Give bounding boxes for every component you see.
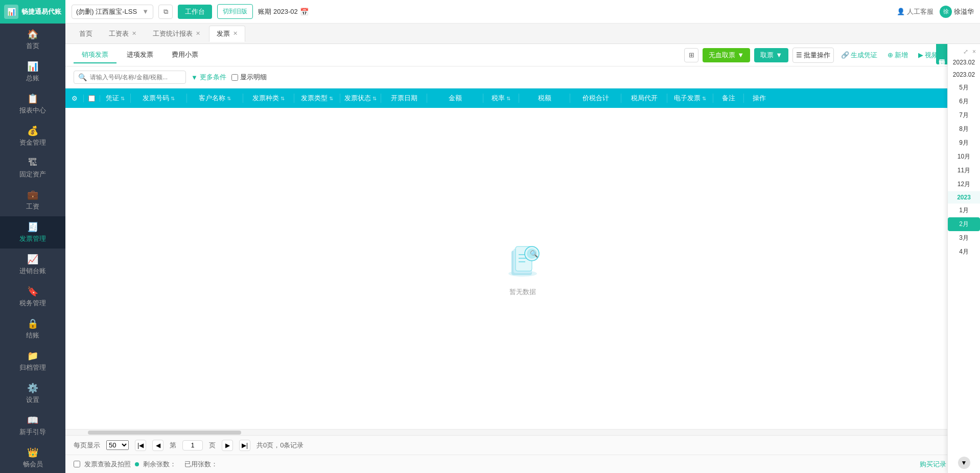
horizontal-scrollbar[interactable] [65,429,980,435]
show-detail-checkbox[interactable] [231,74,238,81]
date-item-2023-02-1[interactable]: 2023.02 [948,56,980,69]
sidebar-item-archive[interactable]: 📁 归档管理 [0,345,65,377]
th-e-invoice[interactable]: 电子发票 ⇅ [667,94,713,103]
date-item-10[interactable]: 10月 [948,150,980,164]
th-tax-rate[interactable]: 税率 ⇅ [483,94,519,103]
subtab-label: 销项发票 [82,51,108,58]
date-item-7[interactable]: 7月 [948,108,980,122]
calendar-icon[interactable]: 📅 [300,8,309,16]
service-btn[interactable]: 👤 人工客服 [897,7,934,16]
first-page-btn[interactable]: |◀ [135,440,146,451]
date-item-8[interactable]: 8月 [948,122,980,136]
scroll-down-btn[interactable]: ▼ [958,457,970,469]
date-panel-expand-btn[interactable]: ⤢ [962,47,969,56]
sort-icon: ⇅ [329,96,333,101]
new-btn[interactable]: ⊕ 新增 [884,48,911,62]
date-item-6[interactable]: 6月 [948,95,980,108]
sidebar-item-assets[interactable]: 🏗 固定资产 [0,152,65,184]
sidebar-item-member[interactable]: 👑 畅会员 [0,442,65,473]
sidebar-item-guide[interactable]: 📖 新手引导 [0,410,65,442]
tab-payroll-table[interactable]: 工资表 ✕ [101,26,144,42]
tab-close-icon[interactable]: ✕ [132,30,136,37]
per-page-label: 每页显示 [74,441,100,450]
tab-invoice[interactable]: 发票 ✕ [209,26,245,42]
date-item-4[interactable]: 4月 [948,245,980,259]
sort-icon: ⇅ [281,96,285,101]
no-ticket-btn[interactable]: 无血取票 ▼ [703,48,750,62]
tab-close-icon[interactable]: ✕ [196,30,200,37]
generate-cert-btn[interactable]: 🔗 生成凭证 [838,48,880,62]
more-conditions-btn[interactable]: ▼ 更多条件 [191,73,226,82]
sidebar-item-label: 报表中心 [19,106,46,115]
date-item-2-active[interactable]: 2月 [948,217,980,231]
new-icon: ⊕ [888,51,893,59]
logo-icon: 📊 [4,5,18,19]
subtab-sales-invoice[interactable]: 销项发票 [74,47,116,63]
get-ticket-btn[interactable]: 取票 ▼ [754,48,788,62]
copy-company-btn[interactable]: ⧉ [158,5,173,19]
th-settings[interactable]: ⚙ [65,95,84,102]
open-period-btn[interactable]: 开账日期 [936,44,947,64]
search-icon: 🔍 [78,73,87,81]
sidebar-item-ledger[interactable]: 📊 总账 [0,56,65,88]
th-invoice-no[interactable]: 发票号码 ⇅ [131,94,187,103]
last-page-btn[interactable]: ▶| [239,440,250,451]
page-label-text: 第 [170,441,176,450]
th-customer[interactable]: 客户名称 ⇅ [187,94,243,103]
sidebar-item-funds[interactable]: 💰 资金管理 [0,120,65,152]
purchase-link[interactable]: 购买记录 [920,460,946,468]
select-all-checkbox[interactable] [88,95,95,102]
tab-home[interactable]: 首页 [72,26,100,42]
show-detail-label[interactable]: 显示明细 [231,73,267,82]
page-input[interactable] [182,440,203,451]
sidebar-item-sales[interactable]: 📈 进销台账 [0,249,65,281]
date-panel-close-btn[interactable]: × [971,47,977,56]
th-remark-label: 备注 [722,94,735,103]
tab-label: 工资表 [109,29,129,38]
th-check[interactable] [84,95,100,102]
th-invoice-status[interactable]: 发票状态 ⇅ [340,94,381,103]
sidebar-item-home[interactable]: 🏠 首页 [0,24,65,56]
date-item-5[interactable]: 5月 [948,81,980,95]
tab-payroll-stats[interactable]: 工资统计报表 ✕ [145,26,208,42]
th-tax-total: 价税合计 [570,94,621,103]
sidebar-item-invoices[interactable]: 🧾 发票管理 [0,216,65,249]
date-item-2023-02-2[interactable]: 2023.02 [948,69,980,81]
next-page-btn[interactable]: ▶ [222,440,233,451]
tax-icon: 🔖 [27,286,38,297]
more-conditions-label: 更多条件 [200,73,226,82]
subtab-purchase-invoice[interactable]: 进项发票 [119,47,161,63]
date-item-3[interactable]: 3月 [948,231,980,245]
tab-close-icon[interactable]: ✕ [233,30,238,37]
empty-state: 🔍 暂无数据 [65,108,980,429]
sidebar-item-close[interactable]: 🔒 结账 [0,313,65,345]
company-selector[interactable]: (勿删) 江西服宝-LSS ▼ [72,5,153,19]
sidebar-item-payroll[interactable]: 💼 工资 [0,184,65,216]
company-name: (勿删) 江西服宝-LSS [76,7,137,16]
date-item-9[interactable]: 9月 [948,136,980,150]
scrollbar-thumb[interactable] [88,431,241,435]
sidebar-item-reports[interactable]: 📋 报表中心 [0,88,65,120]
batch-ops-btn[interactable]: ☰ 批量操作 [792,48,834,63]
prev-page-btn[interactable]: ◀ [152,440,164,451]
grid-view-btn[interactable]: ⊞ [684,48,698,62]
th-invoice-type[interactable]: 发票种类 ⇅ [243,94,294,103]
sidebar-item-settings[interactable]: ⚙️ 设置 [0,377,65,410]
invoice-verify-checkbox[interactable] [74,461,80,467]
sales-icon: 📈 [27,254,38,265]
svg-text:🔍: 🔍 [530,250,539,258]
search-input[interactable] [90,74,181,81]
switch-old-button[interactable]: 切到旧版 [217,4,253,19]
per-page-select[interactable]: 50 20 100 [106,440,129,450]
date-item-12[interactable]: 12月 [948,177,980,191]
user-menu[interactable]: 徐 徐溢华 [940,6,974,18]
date-item-11[interactable]: 11月 [948,164,980,177]
subtab-expense-receipt[interactable]: 费用小票 [164,47,206,63]
check-label: 发票查验及拍照 [84,460,131,469]
th-cert[interactable]: 凭证 ⇅ [100,94,131,103]
date-item-1[interactable]: 1月 [948,204,980,217]
th-invoice-kind[interactable]: 发票类型 ⇅ [294,94,340,103]
sidebar-item-tax[interactable]: 🔖 税务管理 [0,281,65,313]
sidebar-item-label: 新手引导 [19,427,46,437]
workbench-button[interactable]: 工作台 [178,5,212,19]
